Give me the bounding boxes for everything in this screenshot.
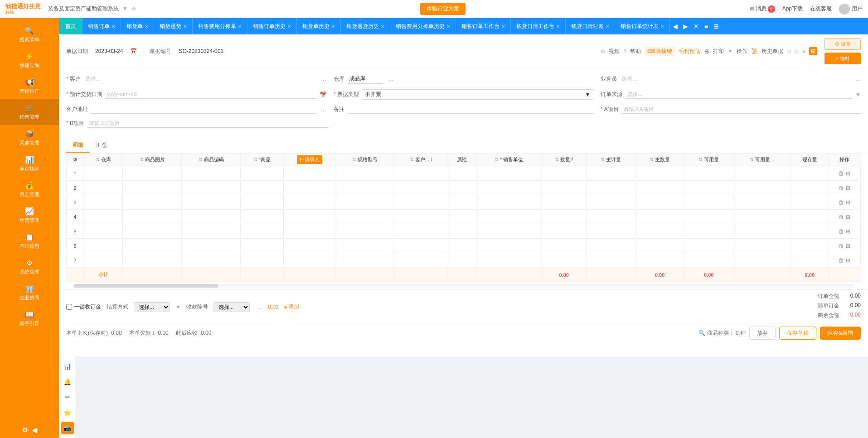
row-2-qty2[interactable] (542, 181, 586, 195)
online-service-btn[interactable]: 在线客服 (810, 5, 832, 13)
close-icon[interactable]: ✕ (287, 24, 291, 29)
row-2-sales-unit[interactable] (476, 181, 542, 195)
row-6-copy-icon[interactable]: ⊞ (846, 243, 850, 249)
customer-input[interactable] (83, 75, 316, 83)
tab-prev-btn[interactable]: ◀ (670, 23, 680, 30)
row-2-product[interactable] (241, 181, 284, 195)
history-btn[interactable]: 历史单据 (761, 48, 783, 55)
row-1-copy-icon[interactable]: ⊞ (846, 170, 850, 177)
tab-sales-fee[interactable]: 销售费用分摊单 ✕ (193, 18, 247, 34)
expand-icon[interactable]: ⊞ (809, 47, 817, 55)
b-project-input[interactable] (87, 119, 329, 128)
message-btn[interactable]: ✉ 消息 9 (750, 5, 775, 13)
row-4-delete-icon[interactable]: 🗑 (839, 214, 844, 220)
tab-order-stats[interactable]: 销售订单统计表 ✕ (615, 18, 670, 34)
dropdown-icon[interactable]: ▼ (122, 5, 128, 12)
row-1-warehouse[interactable] (84, 166, 123, 181)
row-3-delete-icon[interactable]: 🗑 (839, 199, 844, 206)
sidebar-item-operations[interactable]: 📈 经营管理 (0, 202, 59, 228)
save-draft-btn[interactable]: 保存草稿 (779, 327, 816, 340)
sidebar-item-basic[interactable]: 📋 基础信息 (0, 228, 59, 254)
close-icon[interactable]: ✕ (183, 24, 187, 29)
tab-expand-btn[interactable]: ⊞ (711, 23, 722, 30)
right-sidebar-bell-icon[interactable]: 🔔 (61, 375, 74, 388)
view-btn[interactable]: 视频 (609, 48, 620, 55)
scrollbar-thumb[interactable] (73, 284, 218, 288)
sidebar-item-system[interactable]: ⚙ 系统管理 (0, 254, 59, 280)
sidebar-settings-icon[interactable]: ⚙ (22, 426, 28, 434)
sidebar-collapse-icon[interactable]: ◀ (32, 426, 37, 434)
close-icon[interactable]: ✕ (112, 24, 115, 29)
sidebar-item-guide[interactable]: 📖 新手引导 (0, 306, 59, 332)
a-project-input[interactable] (621, 105, 861, 114)
salesperson-more-icon[interactable]: … (855, 76, 861, 82)
tab-invoice-history[interactable]: 销货单历史 ✕ (297, 18, 341, 34)
warehouse-more-icon[interactable]: … (388, 76, 393, 82)
customer-more-icon[interactable]: … (321, 76, 326, 82)
close-icon[interactable]: ✕ (660, 24, 664, 29)
row-2-warehouse[interactable] (84, 181, 123, 195)
tab-summary[interactable]: 汇总 (90, 139, 113, 153)
close-icon[interactable]: ✕ (238, 24, 242, 29)
form-settings-btn[interactable]: ⚙ 设置 (824, 38, 861, 50)
close-icon[interactable]: ✕ (331, 24, 335, 29)
row-5-copy-icon[interactable]: ⊞ (846, 228, 850, 235)
tab-home[interactable]: 首页 (59, 18, 82, 34)
address-more-icon[interactable]: … (321, 106, 326, 113)
close-icon[interactable]: ✕ (446, 24, 450, 29)
tab-fee-history[interactable]: 销售费用分摊单历史 ✕ (390, 18, 456, 34)
right-sidebar-camera-icon[interactable]: 📷 (61, 422, 74, 434)
row-6-delete-icon[interactable]: 🗑 (839, 243, 844, 249)
tab-sales-return[interactable]: 销货退货 ✕ (154, 18, 193, 34)
right-sidebar-chart-icon[interactable]: 📊 (61, 360, 74, 373)
sidebar-item-marketing[interactable]: 📢 营销推广 (0, 73, 59, 99)
nav-prev-icon[interactable]: ◁ (787, 48, 791, 54)
chevron-down-icon[interactable]: ▼ (727, 48, 733, 54)
profit-btn[interactable]: 毛利预估 (679, 48, 700, 55)
app-download-btn[interactable]: App下载 (782, 5, 803, 13)
col-settings[interactable]: ⚙ (67, 154, 84, 166)
row-1-spec[interactable] (335, 166, 394, 181)
tab-daily-reconcile[interactable]: 钱货日清对账 ✕ (566, 18, 615, 34)
order-source-input[interactable] (625, 90, 853, 99)
tab-detail[interactable]: 明细 (66, 139, 90, 153)
row-7-delete-icon[interactable]: 🗑 (839, 257, 844, 264)
add-product-btn[interactable]: + 物料 (824, 53, 861, 64)
close-icon[interactable]: ✕ (381, 24, 384, 29)
sidebar-item-inventory[interactable]: 📊 库存核算 (0, 151, 59, 177)
row-2-spec[interactable] (335, 181, 394, 195)
row-1-attr[interactable] (448, 166, 476, 181)
receipt-more-icon[interactable]: … (257, 304, 262, 310)
row-2-delete-icon[interactable]: 🗑 (839, 185, 844, 191)
row-1-qty2[interactable] (542, 166, 586, 181)
row-1-customer-code[interactable] (394, 166, 448, 181)
row-7-copy-icon[interactable]: ⊞ (846, 257, 850, 264)
row-1-main-qty[interactable] (635, 166, 684, 181)
row-2-customer-code[interactable] (394, 181, 448, 195)
print-btn[interactable]: 打印 (713, 48, 724, 55)
scan-btn[interactable]: 扫码录入 (297, 155, 322, 164)
notes-input[interactable] (347, 105, 594, 114)
tab-close-btn[interactable]: ✕ (691, 23, 702, 30)
row-4-copy-icon[interactable]: ⊞ (846, 214, 850, 220)
operations-btn[interactable]: 操作 (737, 48, 747, 55)
receipt-select[interactable]: 选择... (213, 302, 250, 312)
row-1-sales-unit[interactable] (476, 166, 542, 181)
row-2-copy-icon[interactable]: ⊞ (846, 185, 850, 191)
right-sidebar-edit-icon[interactable]: ✏ (61, 391, 74, 404)
nav-next-icon[interactable]: ▷ (795, 48, 799, 54)
row-5-delete-icon[interactable]: 🗑 (839, 228, 844, 235)
address-input[interactable] (91, 105, 316, 114)
order-source-chevron[interactable]: ▼ (855, 91, 861, 98)
sidebar-item-search[interactable]: 🔍 搜索菜单 (0, 22, 59, 48)
tab-sales-invoice[interactable]: 销货单 ✕ (121, 18, 154, 34)
sidebar-item-quick-nav[interactable]: ⚡ 快捷导航 (0, 48, 59, 73)
tab-menu-btn[interactable]: ≡ (702, 23, 711, 30)
shortcuts-btn[interactable]: ⌨ 快捷键 (645, 47, 675, 56)
user-avatar[interactable]: 用户 (839, 4, 863, 14)
help-btn[interactable]: 帮助 (630, 48, 641, 55)
tab-daily-workbench[interactable]: 钱货日清工作台 ✕ (511, 18, 566, 34)
industry-btn[interactable]: 体验行业方案 (420, 3, 466, 15)
row-2-main-uom[interactable] (586, 181, 635, 195)
col-scan[interactable]: 扫码录入 (284, 154, 335, 166)
